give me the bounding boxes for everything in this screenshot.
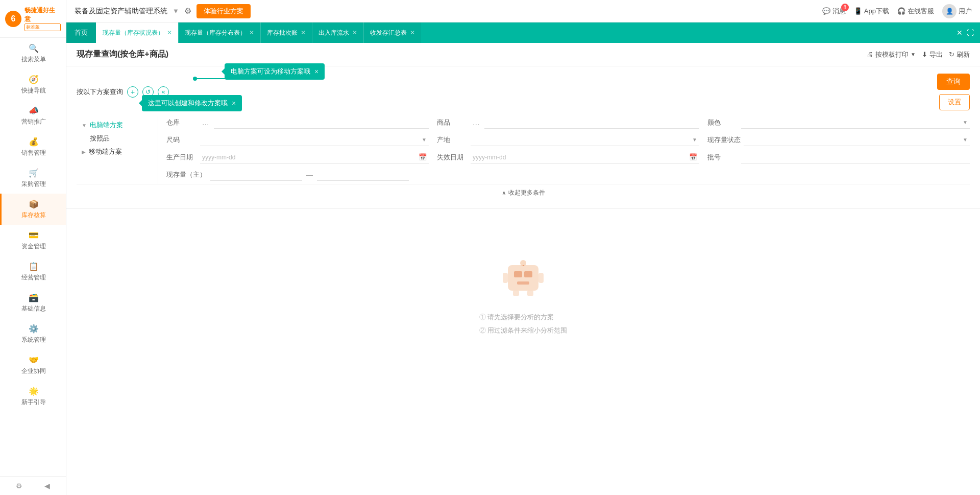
stock-status-label: 现存量状态 — [707, 135, 741, 145]
origin-label: 产地 — [437, 135, 468, 145]
collapse-btn[interactable]: ∧ 收起更多条件 — [502, 188, 545, 197]
prod-date-calendar-icon[interactable]: 📅 — [419, 153, 427, 161]
warehouse-input[interactable] — [214, 116, 429, 129]
filter-header-row: 按以下方案查询 + ↺ « 电脑方案可设为移动方案哦 × 这里可以创建和修改方案… — [77, 74, 970, 110]
sidebar-item-sales-label: 销售管理 — [21, 149, 46, 157]
export-btn[interactable]: ⬇ 导出 — [922, 50, 943, 59]
tab-in-out-flow-close[interactable]: ✕ — [352, 29, 357, 36]
filter-size: 尺码 ▼ — [166, 134, 429, 146]
scheme-tree-desktop-child[interactable]: 按照品 — [77, 132, 154, 145]
tab-in-out-flow[interactable]: 出入库流水 ✕ — [312, 22, 363, 43]
tooltip-mobile-close[interactable]: × — [314, 67, 318, 76]
sidebar-item-collab[interactable]: 🤝 企业协同 — [0, 349, 66, 381]
sidebar-item-basics[interactable]: 🗃️ 基础信息 — [0, 287, 66, 318]
page-content: 现存量查询(按仓库+商品) 🖨 按模板打印 ▼ ⬇ 导出 ↻ 刷新 — [66, 43, 980, 495]
stock-qty-sep: — — [306, 171, 313, 179]
tabs-right: ✕ ⛶ — [950, 29, 980, 37]
goods-dots[interactable]: ... — [471, 118, 481, 127]
warehouse-dots[interactable]: ... — [200, 118, 211, 127]
tab-inventory-dist[interactable]: 现存量（库存分布表） ✕ — [178, 22, 260, 43]
tab-inventory-dist-close[interactable]: ✕ — [249, 29, 254, 36]
tab-batch-ledger[interactable]: 库存批次账 ✕ — [260, 22, 312, 43]
prod-date-input[interactable]: yyyy-mm-dd 📅 — [200, 151, 429, 163]
sidebar-item-finance[interactable]: 💳 资金管理 — [0, 225, 66, 256]
refresh-btn[interactable]: ↻ 刷新 — [949, 50, 970, 59]
tooltip-mobile-scheme: 电脑方案可设为移动方案哦 × — [225, 63, 325, 80]
tooltip-mobile-text: 电脑方案可设为移动方案哦 — [231, 67, 310, 76]
sidebar-item-sales[interactable]: 💰 销售管理 — [0, 131, 66, 162]
settings-btn[interactable]: 设置 — [939, 94, 970, 110]
tabs-close-all-icon[interactable]: ✕ — [957, 29, 963, 37]
goods-input[interactable] — [484, 116, 699, 129]
sidebar-item-search[interactable]: 🔍 搜索菜单 — [0, 38, 66, 69]
tab-inventory-status[interactable]: 现存量（库存状况表） ✕ — [96, 22, 178, 43]
svg-rect-7 — [538, 273, 544, 283]
sidebar-item-search-label: 搜索菜单 — [21, 55, 46, 64]
expiry-date-input[interactable]: yyyy-mm-dd 📅 — [471, 151, 699, 163]
tab-dispatch-summary-close[interactable]: ✕ — [410, 29, 415, 36]
header-settings-icon[interactable]: ⚙ — [184, 6, 191, 16]
sidebar-item-collab-label: 企业协同 — [21, 367, 46, 375]
connector-dot — [193, 77, 197, 81]
sidebar-item-guide[interactable]: 🌟 新手引导 — [0, 381, 66, 412]
settings-bottom-btn[interactable]: ⚙ — [16, 482, 22, 490]
sidebar-item-system-label: 系统管理 — [21, 336, 46, 344]
sales-icon: 💰 — [29, 136, 39, 147]
tabs-minimize-icon[interactable]: ⛶ — [967, 29, 974, 37]
add-scheme-btn[interactable]: + — [127, 86, 138, 98]
expiry-date-label: 失效日期 — [437, 153, 468, 162]
tab-batch-ledger-close[interactable]: ✕ — [301, 29, 306, 36]
tab-inventory-dist-label: 现存量（库存分布表） — [185, 29, 246, 37]
scheme-tree-desktop[interactable]: ▼ 电脑端方案 — [77, 119, 154, 132]
finance-icon: 💳 — [29, 230, 39, 240]
sidebar-item-finance-label: 资金管理 — [21, 242, 46, 251]
origin-select[interactable]: ▼ — [471, 134, 699, 146]
sidebar-item-marketing[interactable]: 📣 营销推广 — [0, 100, 66, 131]
filter-color: 颜色 ▼ — [707, 116, 970, 129]
stock-qty-from[interactable] — [210, 169, 302, 181]
system-dropdown-icon[interactable]: ▼ — [173, 7, 179, 15]
stock-status-select[interactable]: ▼ — [744, 134, 970, 146]
collapse-sidebar-btn[interactable]: ◀ — [44, 482, 50, 490]
color-arrow: ▼ — [963, 120, 968, 125]
batch-no-input[interactable] — [741, 151, 970, 163]
header-right: 💬 8 消息 📱 App下载 🎧 在线客服 👤 用户 — [822, 4, 972, 18]
message-item[interactable]: 💬 8 消息 — [822, 7, 846, 16]
export-icon: ⬇ — [922, 51, 927, 58]
tab-home[interactable]: 首页 — [66, 22, 96, 43]
filter-label: 按以下方案查询 — [77, 87, 123, 97]
tab-inventory-status-close[interactable]: ✕ — [167, 29, 172, 36]
sidebar-nav: 🔍 搜索菜单 🧭 快捷导航 📣 营销推广 💰 销售管理 🛒 采购管理 📦 库存核… — [0, 38, 66, 476]
operations-icon: 📋 — [29, 261, 39, 271]
sidebar-item-purchase[interactable]: 🛒 采购管理 — [0, 162, 66, 194]
app-download-label: App下载 — [864, 7, 889, 16]
scheme-tree-mobile[interactable]: ▶ 移动端方案 — [77, 145, 154, 158]
sidebar-item-inventory[interactable]: 📦 库存核算 — [0, 194, 66, 225]
tooltip-edit-close[interactable]: × — [232, 99, 236, 107]
page-header: 现存量查询(按仓库+商品) 🖨 按模板打印 ▼ ⬇ 导出 ↻ 刷新 — [66, 43, 980, 66]
app-download-item[interactable]: 📱 App下载 — [854, 7, 889, 16]
query-btn[interactable]: 查询 — [937, 74, 970, 90]
scheme-tree-desktop-child-label: 按照品 — [90, 134, 110, 143]
sidebar-item-system[interactable]: ⚙️ 系统管理 — [0, 318, 66, 349]
color-select[interactable]: ▼ — [741, 116, 970, 129]
scheme-tree-mobile-label: 移动端方案 — [89, 147, 122, 156]
filter-row-2: 尺码 ▼ 产地 ▼ — [166, 134, 970, 146]
sidebar-item-nav[interactable]: 🧭 快捷导航 — [0, 69, 66, 100]
expiry-date-calendar-icon[interactable]: 📅 — [689, 153, 697, 161]
sidebar: 6 畅捷通好生意 标准版 🔍 搜索菜单 🧭 快捷导航 📣 营销推广 💰 销售管理… — [0, 0, 66, 495]
user-label: 用户 — [959, 7, 972, 16]
sidebar-item-operations[interactable]: 📋 经营管理 — [0, 256, 66, 287]
size-select[interactable]: ▼ — [200, 134, 429, 146]
filter-stock-status: 现存量状态 ▼ — [707, 134, 970, 146]
svg-rect-0 — [508, 265, 538, 291]
stock-qty-to[interactable] — [317, 169, 409, 181]
industry-btn[interactable]: 体验行业方案 — [197, 4, 251, 18]
online-support-item[interactable]: 🎧 在线客服 — [897, 7, 934, 16]
purchase-icon: 🛒 — [29, 168, 39, 178]
user-item[interactable]: 👤 用户 — [942, 4, 972, 18]
tab-dispatch-summary[interactable]: 收发存汇总表 ✕ — [363, 22, 421, 43]
svg-rect-3 — [517, 281, 529, 285]
print-btn[interactable]: 🖨 按模板打印 ▼ — [867, 50, 916, 59]
tabs-bar: 首页 现存量（库存状况表） ✕ 现存量（库存分布表） ✕ 库存批次账 ✕ 出入库… — [66, 22, 980, 43]
